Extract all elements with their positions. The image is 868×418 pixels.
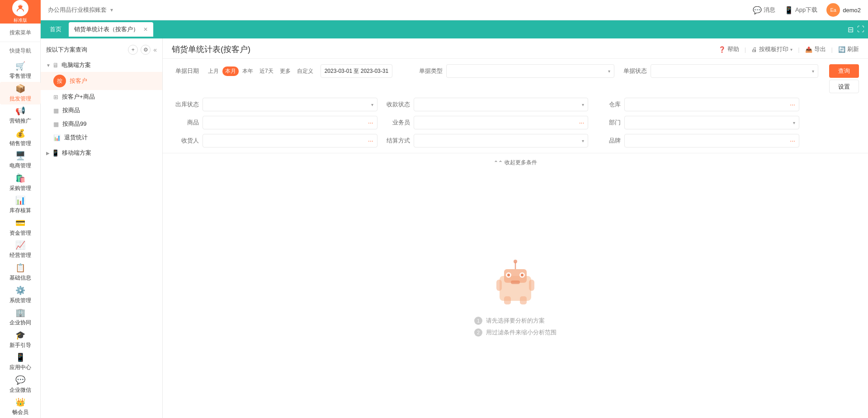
sidebar-item-retail[interactable]: 🛒 零售管理 <box>0 59 41 82</box>
sidebar-sales-label: 销售管理 <box>9 140 31 147</box>
header-title: 办公用品行业模拟账套 <box>48 6 107 14</box>
doc-type-input[interactable]: ▾ <box>446 64 614 78</box>
sidebar-search-item[interactable]: 搜索菜单 <box>0 24 41 42</box>
sidebar-logo[interactable]: 标准版 <box>0 0 41 24</box>
retail-icon: 🛒 <box>15 61 25 71</box>
filter-row-2: 出库状态 ▾ 收款状态 ▾ 仓库 <box>172 98 859 111</box>
tree-item-returns-stat[interactable]: 📊 退货统计 <box>41 131 162 144</box>
sidebar-item-vip[interactable]: 👑 畅会员 <box>0 395 41 418</box>
dept-dropdown-icon: ▾ <box>793 120 795 125</box>
sidebar-item-newbie[interactable]: 🎓 新手引导 <box>0 328 41 351</box>
tree-item-by-goods[interactable]: ▦ 按商品 <box>41 104 162 117</box>
empty-hints: 1 请先选择要分析的方案 2 用过滤条件来缩小分析范围 <box>474 317 557 337</box>
sidebar-item-basic[interactable]: 📋 基础信息 <box>0 261 41 284</box>
panel-actions: + ⚙ « <box>128 45 157 55</box>
tree-item-by-goods99[interactable]: ▦ 按商品99 <box>41 117 162 131</box>
appstore-icon: 📱 <box>15 352 25 362</box>
tree-item-by-customer[interactable]: 按 按客户 <box>41 72 162 90</box>
out-status-input[interactable]: ▾ <box>203 98 377 111</box>
dept-input[interactable]: ▾ <box>624 116 799 129</box>
doc-status-input[interactable]: ▾ <box>651 64 818 78</box>
template-print-btn[interactable]: 🖨 按模板打印 ▾ <box>751 45 793 53</box>
tab-custom[interactable]: 自定义 <box>294 66 316 76</box>
tab-this-month[interactable]: 本月 <box>222 66 239 76</box>
payment-status-label: 收款状态 <box>383 100 410 109</box>
tab-more[interactable]: 更多 <box>277 66 293 76</box>
date-filter-controls: 上月 本月 本年 近7天 更多 自定义 2023-03-01 至 2023-03… <box>203 64 392 78</box>
empty-state: 1 请先选择要分析的方案 2 用过滤条件来缩小分析范围 <box>163 172 868 418</box>
warehouse-input[interactable]: ··· <box>624 98 799 111</box>
basic-icon: 📋 <box>15 263 25 273</box>
brand-input[interactable]: ··· <box>624 134 799 147</box>
tree-arrow-mobile: ▶ <box>46 151 50 156</box>
tab-last-month[interactable]: 上月 <box>205 66 222 76</box>
sidebar-system-label: 系统管理 <box>9 297 31 304</box>
query-buttons: 查询 设置 <box>829 64 859 93</box>
goods-dots[interactable]: ··· <box>368 119 373 126</box>
tree-mobile-section[interactable]: ▶ 📱 移动端方案 <box>41 146 162 160</box>
sidebar: 标准版 搜索菜单 快捷导航 🛒 零售管理 📦 批发管理 📢 营销推广 💰 销售管… <box>0 0 41 418</box>
sidebar-item-purchase[interactable]: 🛍️ 采购管理 <box>0 171 41 194</box>
help-btn[interactable]: ❓ 帮助 <box>718 45 739 53</box>
sidebar-item-inventory[interactable]: 📊 库存核算 <box>0 194 41 217</box>
panel-add-btn[interactable]: + <box>128 45 138 55</box>
receiver-input[interactable]: ··· <box>203 134 377 147</box>
by-customer-goods-label: 按客户+商品 <box>62 93 95 101</box>
sidebar-finance-label: 资金管理 <box>9 229 31 237</box>
tab-close-icon[interactable]: ✕ <box>143 26 148 33</box>
sidebar-item-operation[interactable]: 📈 经营管理 <box>0 239 41 261</box>
sidebar-operation-label: 经营管理 <box>9 252 31 259</box>
date-range-input[interactable]: 2023-03-01 至 2023-03-31 <box>321 64 392 78</box>
panel-collapse-btn[interactable]: « <box>153 46 157 53</box>
sidebar-quick-nav[interactable]: 快捷导航 <box>0 42 41 59</box>
export-btn[interactable]: 📤 导出 <box>805 45 826 53</box>
tab-last-7-days[interactable]: 近7天 <box>257 66 276 76</box>
settlement-input[interactable]: ▾ <box>414 134 589 147</box>
divider-1: | <box>745 46 746 53</box>
tab-sales-stat[interactable]: 销货单统计表（按客户） ✕ <box>69 22 153 37</box>
sidebar-item-ecom[interactable]: 🖥️ 电商管理 <box>0 149 41 172</box>
tab-expand-icon[interactable]: ⛶ <box>857 25 864 33</box>
warehouse-dots[interactable]: ··· <box>790 101 795 108</box>
tab-sales-stat-label: 销货单统计表（按客户） <box>74 25 139 33</box>
table-icon-1: ▦ <box>53 107 59 114</box>
sidebar-search-label: 搜索菜单 <box>9 29 31 37</box>
tab-minimize-icon[interactable]: ⊟ <box>848 25 854 34</box>
sidebar-item-wholesale[interactable]: 📦 批发管理 <box>0 82 41 104</box>
sidebar-item-enterprise[interactable]: 🏢 企业协同 <box>0 306 41 328</box>
template-print-label: 按模板打印 <box>759 45 788 53</box>
filter-area: 单据日期 上月 本月 本年 近7天 更多 自定义 2023- <box>163 59 868 153</box>
refresh-btn[interactable]: 🔄 刷新 <box>838 45 859 53</box>
sidebar-ecom-label: 电商管理 <box>9 162 31 170</box>
sidebar-item-appstore[interactable]: 📱 应用中心 <box>0 351 41 373</box>
sidebar-item-marketing[interactable]: 📢 营销推广 <box>0 104 41 127</box>
sidebar-enterprise-label: 企业协同 <box>9 319 31 327</box>
salesperson-input[interactable]: ··· <box>414 116 589 129</box>
sidebar-item-system[interactable]: ⚙️ 系统管理 <box>0 284 41 306</box>
tree-desktop-section[interactable]: ▼ 🖥 电脑端方案 <box>41 58 162 72</box>
tab-home[interactable]: 首页 <box>44 22 67 37</box>
salesperson-dots[interactable]: ··· <box>579 119 585 126</box>
user-profile[interactable]: Ea demo2 <box>826 3 861 17</box>
receiver-filter: 收货人 ··· <box>172 134 377 147</box>
panel-settings-btn[interactable]: ⚙ <box>141 45 151 55</box>
query-btn[interactable]: 查询 <box>829 64 859 78</box>
collapse-btn[interactable]: ⌃⌃ 收起更多条件 <box>488 157 542 168</box>
tree-item-by-customer-goods[interactable]: ⊞ 按客户+商品 <box>41 90 162 104</box>
logo-text: 标准版 <box>14 17 27 24</box>
settings-btn[interactable]: 设置 <box>829 80 859 93</box>
brand-dots[interactable]: ··· <box>790 137 795 144</box>
header-dropdown-icon[interactable]: ▾ <box>110 7 113 13</box>
sidebar-item-finance[interactable]: 💳 资金管理 <box>0 216 41 239</box>
vip-icon: 👑 <box>15 397 25 407</box>
tab-this-year[interactable]: 本年 <box>240 66 256 76</box>
payment-status-input[interactable]: ▾ <box>414 98 589 111</box>
salesperson-filter: 业务员 ··· <box>383 116 589 129</box>
receiver-dots[interactable]: ··· <box>368 137 373 144</box>
message-btn[interactable]: 💬 消息 <box>753 6 775 14</box>
app-download-btn[interactable]: 📱 App下载 <box>784 6 817 14</box>
sidebar-item-sales[interactable]: 💰 销售管理 <box>0 127 41 149</box>
goods-input[interactable]: ··· <box>203 116 377 129</box>
sidebar-item-wechat[interactable]: 💬 企业微信 <box>0 373 41 396</box>
content-area: 按以下方案查询 + ⚙ « ▼ 🖥 电脑端方案 按 按客户 <box>41 38 868 418</box>
